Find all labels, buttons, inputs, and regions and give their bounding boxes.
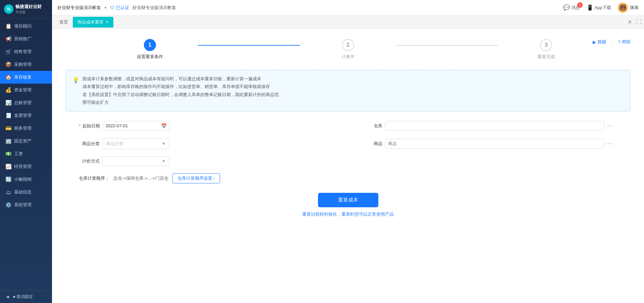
product-more-icon[interactable]: ··· xyxy=(604,139,617,149)
logo-text: 畅捷通好业财 专业版 xyxy=(15,4,42,14)
step-1-circle: 1 xyxy=(144,39,156,51)
expand-window-icon[interactable]: ⛶ xyxy=(636,19,641,25)
unpin-sidebar-button[interactable]: ◄ ◄ 取消固定 xyxy=(0,290,52,303)
user-name: 珠珠 xyxy=(630,5,639,11)
product-label: 商品 xyxy=(362,141,385,147)
steps-container: 1 设置重算条件 2 计算中 3 重算完成 xyxy=(65,39,631,60)
sidebar-icon-9: 🏢 xyxy=(5,138,11,144)
step-3: 3 重算完成 xyxy=(495,39,597,60)
sidebar-item-11[interactable]: 📈 经营管理 xyxy=(0,160,52,173)
unpin-icon: ◄ xyxy=(5,294,10,299)
topbar-right: 💬 消息 1 📱 App下载 🐻 珠珠 xyxy=(563,3,639,13)
account-selector[interactable]: 好业财专业版演示帐套 ▼ xyxy=(57,5,107,11)
sidebar-label-4: 库存核算 xyxy=(14,74,32,80)
sidebar-item-8[interactable]: 💳 税务管理 xyxy=(0,122,52,135)
warehouse-order-settings-button[interactable]: 仓库计算顺序设置 › xyxy=(172,173,220,183)
tab-home[interactable]: 首页 xyxy=(55,17,73,28)
sidebar-label-11: 经营管理 xyxy=(14,164,32,170)
sidebar-label-13: 基础信息 xyxy=(14,189,32,195)
page-content: ▶ 视频 | ? 帮助 1 设置重算条件 2 计算中 xyxy=(52,29,644,303)
sidebar-item-2[interactable]: 🛒 销售管理 xyxy=(0,45,52,58)
form-row-1: * 起始日期 📅 仓库 xyxy=(79,121,617,131)
sidebar-label-7: 发票管理 xyxy=(14,113,32,119)
close-window-icon[interactable]: ✕ xyxy=(628,19,632,25)
step-2-circle: 2 xyxy=(342,39,354,51)
price-method-select[interactable]: ▼ xyxy=(102,157,169,166)
sidebar-label-1: 营销推广 xyxy=(14,36,32,42)
sidebar-item-0[interactable]: 📋 项目顾问 xyxy=(0,20,52,33)
sidebar-label-14: 系统管理 xyxy=(14,202,32,208)
sidebar-label-8: 税务管理 xyxy=(14,125,32,131)
recalculate-button[interactable]: 重算成本 xyxy=(318,193,378,207)
product-input[interactable] xyxy=(385,139,604,148)
sidebar-icon-2: 🛒 xyxy=(5,49,11,55)
sidebar-item-12[interactable]: 🔄 小畅报销 xyxy=(0,173,52,186)
category-dropdown-icon: ▼ xyxy=(162,141,166,146)
sidebar-item-5[interactable]: 💰 资金管理 xyxy=(0,84,52,96)
form-section: * 起始日期 📅 仓库 xyxy=(65,121,631,217)
shield-icon: 🛡 xyxy=(110,5,115,10)
window-controls: ✕ ⛶ xyxy=(628,19,641,25)
recalc-note: 重算过程耗时较长，重算时您可以正常使用产品 xyxy=(79,211,617,217)
sidebar-label-6: 总账管理 xyxy=(14,100,32,106)
dropdown-arrow-icon: ▼ xyxy=(104,6,107,10)
sidebar-item-7[interactable]: 🧾 发票管理 xyxy=(0,109,52,122)
message-icon: 💬 xyxy=(563,4,570,11)
sidebar-label-5: 资金管理 xyxy=(14,87,32,93)
step-line-2-3 xyxy=(396,45,498,46)
product-field: 商品 ··· xyxy=(362,139,618,149)
start-date-field: * 起始日期 📅 xyxy=(79,121,335,131)
tab-close-icon[interactable]: ✕ xyxy=(106,20,109,24)
product-text-input[interactable] xyxy=(385,139,604,148)
sidebar-nav: 📋 项目顾问 📢 营销推广 🛒 销售管理 📦 采购管理 🏠 库存核算 💰 资金管… xyxy=(0,18,52,290)
app-download-button[interactable]: 📱 App下载 xyxy=(587,4,611,11)
form-row-3: 计价方式 ▼ xyxy=(79,157,617,166)
calendar-icon[interactable]: 📅 xyxy=(158,123,169,129)
sidebar-label-9: 固定资产 xyxy=(14,138,32,144)
sidebar-icon-3: 📦 xyxy=(5,61,11,68)
price-method-label: 计价方式 xyxy=(79,158,102,164)
warehouse-more-icon[interactable]: ··· xyxy=(604,121,617,131)
sidebar-label-3: 采购管理 xyxy=(14,61,32,68)
messages-button[interactable]: 💬 消息 1 xyxy=(563,4,580,11)
warehouse-input[interactable] xyxy=(385,121,604,131)
category-select[interactable]: 商品分类 ▼ xyxy=(102,138,169,149)
info-box: 💡 因成本计算参数调整，或是对商品成本有疑问时，可以通过成本重算功能，重新计算一… xyxy=(65,70,631,112)
sidebar-icon-12: 🔄 xyxy=(5,176,11,182)
form-row-2: 商品分类 商品分类 ▼ 商品 ··· xyxy=(79,138,617,149)
start-date-input[interactable]: 📅 xyxy=(103,121,170,131)
sidebar-item-4[interactable]: 🏠 库存核算 xyxy=(0,71,52,84)
step-line-1-2 xyxy=(198,45,300,46)
step-3-circle: 3 xyxy=(540,39,552,51)
sidebar-item-9[interactable]: 🏢 固定资产 xyxy=(0,135,52,147)
info-icon: 💡 xyxy=(72,76,79,106)
warehouse-field: 仓库 ··· xyxy=(362,121,618,131)
sidebar-label-0: 项目顾问 xyxy=(14,23,32,29)
sidebar-item-1[interactable]: 📢 营销推广 xyxy=(0,33,52,45)
start-date-text-input[interactable] xyxy=(103,121,158,130)
sidebar-icon-10: 💵 xyxy=(5,151,11,157)
sidebar-icon-4: 🏠 xyxy=(5,74,11,80)
warehouse-order-value: 总仓->深圳仓库->...->门店仓 xyxy=(113,175,168,181)
sidebar-item-6[interactable]: 📊 总账管理 xyxy=(0,96,52,109)
app-logo: 畅 畅捷通好业财 专业版 xyxy=(0,0,52,18)
user-menu[interactable]: 🐻 珠珠 xyxy=(618,3,639,13)
sidebar-icon-5: 💰 xyxy=(5,87,11,93)
sidebar-icon-1: 📢 xyxy=(5,36,11,42)
sidebar-icon-8: 💳 xyxy=(5,125,11,131)
sidebar: 畅 畅捷通好业财 专业版 📋 项目顾问 📢 营销推广 🛒 销售管理 📦 采购管理… xyxy=(0,0,52,303)
start-date-label: * 起始日期 xyxy=(79,123,103,129)
sidebar-icon-11: 📈 xyxy=(5,164,11,170)
sidebar-item-3[interactable]: 📦 采购管理 xyxy=(0,58,52,71)
sidebar-icon-7: 🧾 xyxy=(5,113,11,119)
step-1: 1 设置重算条件 xyxy=(99,39,201,60)
sidebar-item-14[interactable]: ⚙️ 系统管理 xyxy=(0,199,52,211)
warehouse-order-label: 仓库计算顺序： xyxy=(79,175,109,181)
sidebar-item-13[interactable]: 🗂 基础信息 xyxy=(0,186,52,199)
step-2: 2 计算中 xyxy=(297,39,399,60)
tab-cost-recalc[interactable]: 商品成本重算 ✕ xyxy=(73,17,113,28)
main-area: 好业财专业版演示帐套 ▼ 🛡 已认证 好业财专业版演示帐套 💬 消息 1 📱 A… xyxy=(52,0,644,303)
avatar: 🐻 xyxy=(618,3,628,13)
warehouse-text-input[interactable] xyxy=(385,121,604,130)
sidebar-item-10[interactable]: 💵 工资 xyxy=(0,147,52,160)
